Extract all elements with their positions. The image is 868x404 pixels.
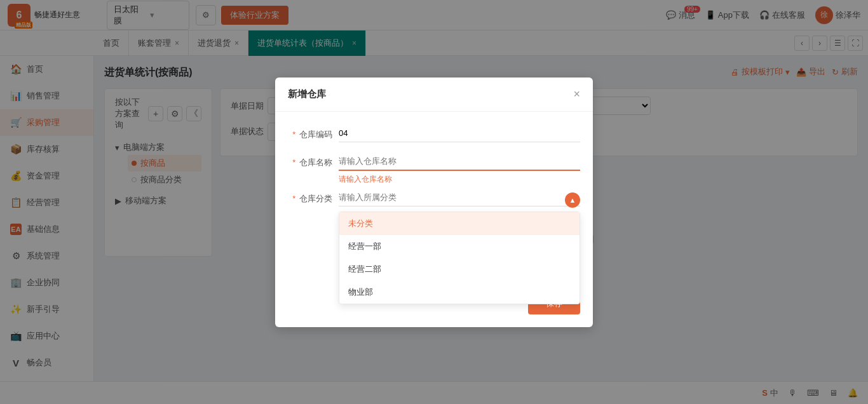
dropdown-item-dept1[interactable]: 经营一部: [339, 235, 580, 258]
warehouse-name-input[interactable]: [339, 152, 580, 171]
category-dropdown: 未分类 经营一部 经营二部 物业部: [339, 212, 580, 304]
dropdown-item-property[interactable]: 物业部: [339, 281, 580, 304]
code-label: * 仓库编码: [288, 125, 339, 140]
name-required: *: [292, 158, 295, 167]
category-select-wrapper: ▲: [339, 189, 580, 206]
new-warehouse-modal: 新增仓库 × * 仓库编码 * 仓库名称 请输入仓库名称: [275, 77, 593, 327]
modal-header: 新增仓库 ×: [275, 77, 593, 112]
dropdown-item-dept2[interactable]: 经营二部: [339, 258, 580, 281]
form-row-code: * 仓库编码: [288, 125, 580, 142]
dropdown-item-unclassified[interactable]: 未分类: [339, 212, 580, 235]
name-error-msg: 请输入仓库名称: [339, 174, 392, 185]
form-row-name: * 仓库名称 请输入仓库名称: [288, 152, 580, 171]
name-label: * 仓库名称: [288, 152, 339, 168]
modal-overlay[interactable]: 新增仓库 × * 仓库编码 * 仓库名称 请输入仓库名称: [0, 0, 868, 404]
modal-title: 新增仓库: [288, 88, 326, 100]
modal-close-btn[interactable]: ×: [573, 88, 580, 101]
category-label: * 仓库分类: [288, 189, 339, 205]
category-input[interactable]: [339, 189, 580, 206]
modal-body: * 仓库编码 * 仓库名称 请输入仓库名称 *: [275, 112, 593, 229]
code-required: *: [292, 130, 295, 139]
warehouse-code-input[interactable]: [339, 125, 580, 142]
form-row-category: * 仓库分类 ▲ 未分类 经营一部 经营二部 物业部: [288, 189, 580, 206]
category-required: *: [292, 194, 295, 203]
category-dropdown-arrow[interactable]: ▲: [565, 192, 580, 208]
